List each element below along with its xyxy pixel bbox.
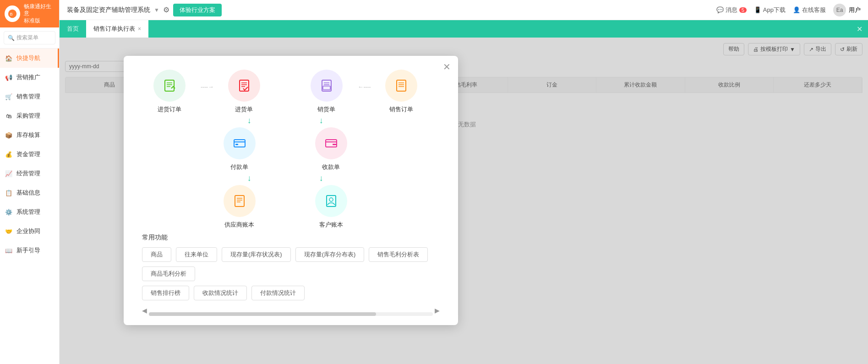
- dropdown-arrow-icon[interactable]: ▼: [154, 7, 159, 13]
- purchase-receipt-icon: [228, 70, 260, 102]
- modal-scrollbar[interactable]: [149, 312, 433, 316]
- purchase-receipt-label: 进货单: [235, 105, 253, 114]
- topbar-left: 装备及固定资产辅助管理系统 ▼ ⚙ 体验行业方案: [67, 4, 711, 16]
- sidebar-search[interactable]: 🔍 搜索菜单: [0, 27, 59, 49]
- purchase-order-label: 进货订单: [158, 105, 181, 114]
- scroll-left-btn[interactable]: ◀: [142, 307, 147, 314]
- purchase-icon: 🛍: [5, 112, 13, 120]
- tab-sales-order[interactable]: 销售订单执行表 ×: [86, 20, 148, 38]
- common-functions-title: 常用功能: [142, 234, 440, 242]
- enterprise-icon: 🤝: [5, 227, 13, 235]
- sidebar-item-system[interactable]: ⚙️ 系统管理: [0, 202, 59, 222]
- func-btn-goods-profit[interactable]: 商品毛利分析: [142, 266, 195, 281]
- func-btn-sales-profit[interactable]: 销售毛利分析表: [369, 247, 428, 262]
- flow-modal: ✕ 进货订单: [124, 56, 458, 325]
- modal-scrollbar-area: ◀ ▶: [142, 305, 440, 316]
- purchase-order-node[interactable]: 进货订单: [142, 70, 197, 114]
- express-btn[interactable]: 体验行业方案: [173, 4, 222, 16]
- search-icon: 🔍: [8, 35, 15, 41]
- supplier-ledger-node[interactable]: 供应商账本: [212, 185, 267, 229]
- operations-icon: 📈: [5, 169, 13, 178]
- tabs-close-all-btn[interactable]: ✕: [851, 20, 868, 38]
- sales-order-right-node[interactable]: 销售订单: [374, 70, 429, 114]
- settings-icon[interactable]: ⚙: [163, 5, 169, 14]
- sales-icon: 🛒: [5, 92, 13, 101]
- system-icon: ⚙️: [5, 208, 13, 216]
- sidebar-nav: 🏠 快捷导航 📢 营销推广 🛒 销售管理 🛍 采购管理 📦 库存核算 💰: [0, 49, 59, 364]
- func-btn-receipt-stats[interactable]: 收款情况统计: [194, 286, 247, 300]
- tabs-bar: 首页 销售订单执行表 × ✕: [60, 20, 868, 38]
- func-row-1: 商品 往来单位 现存量(库存状况表) 现存量(库存分布表) 销售毛利分析表 商品…: [142, 247, 440, 281]
- payment-node[interactable]: 付款单: [212, 127, 267, 171]
- sidebar-item-inventory[interactable]: 📦 库存核算: [0, 125, 59, 145]
- avatar: Ea: [833, 4, 846, 16]
- service-icon: 👤: [793, 6, 800, 13]
- svg-rect-21: [397, 80, 406, 91]
- flow-diagram: 进货订单 - - - - →: [142, 70, 440, 229]
- sidebar-item-marketing[interactable]: 📢 营销推广: [0, 68, 59, 87]
- scroll-right-btn[interactable]: ▶: [435, 307, 440, 314]
- sidebar-item-enterprise[interactable]: 🤝 企业协同: [0, 222, 59, 241]
- supplier-ledger-label: 供应商账本: [224, 221, 254, 229]
- newbie-icon: 📖: [5, 246, 13, 255]
- receipt-label: 收款单: [322, 163, 340, 171]
- app-download-icon: 📱: [754, 6, 761, 13]
- inventory-icon: 📦: [5, 131, 13, 139]
- customer-ledger-node[interactable]: 客户账本: [304, 185, 359, 229]
- customer-ledger-label: 客户账本: [319, 221, 343, 229]
- func-btn-payment-stats[interactable]: 付款情况统计: [251, 286, 305, 300]
- arrow-down-customer: ↓: [319, 171, 323, 185]
- svg-rect-27: [333, 144, 336, 145]
- modal-overlay: ✕ 进货订单: [60, 38, 868, 364]
- topbar-actions: 💬 消息 5 📱 App下载 👤 在线客服 Ea 用户: [716, 4, 861, 16]
- topbar: 装备及固定资产辅助管理系统 ▼ ⚙ 体验行业方案 💬 消息 5 📱 App下载 …: [60, 0, 868, 20]
- svg-rect-13: [235, 196, 244, 206]
- scrollbar-thumb: [149, 312, 376, 316]
- arrow-down-receipt: ↓: [319, 114, 323, 127]
- user-menu[interactable]: Ea 用户: [833, 4, 861, 16]
- sidebar-item-operations[interactable]: 📈 经营管理: [0, 164, 59, 183]
- svg-text:B: B: [10, 12, 12, 16]
- func-btn-goods[interactable]: 商品: [142, 247, 171, 262]
- sales-order-node[interactable]: 销货单: [299, 70, 354, 114]
- message-badge: 5: [739, 7, 747, 13]
- common-functions: 常用功能 商品 往来单位 现存量(库存状况表) 现存量(库存分布表) 销售毛利分…: [142, 234, 440, 300]
- system-title: 装备及固定资产辅助管理系统: [67, 6, 150, 14]
- content-area: 帮助 🖨 按模板打印 ▼ ↗ 导出 ↺ 刷新: [60, 38, 868, 364]
- app-download-action[interactable]: 📱 App下载: [754, 6, 786, 14]
- sidebar-item-purchase[interactable]: 🛍 采购管理: [0, 106, 59, 125]
- purchase-receipt-node[interactable]: 进货单: [217, 70, 272, 114]
- sidebar-item-newbie[interactable]: 📖 新手引导: [0, 241, 59, 260]
- sales-order-label: 销货单: [317, 105, 335, 114]
- sidebar-item-basic-info[interactable]: 📋 基础信息: [0, 183, 59, 202]
- func-btn-sales-rank[interactable]: 销售排行榜: [142, 286, 189, 300]
- tab-home[interactable]: 首页: [60, 20, 86, 38]
- sales-order-right-icon: [385, 70, 417, 102]
- svg-rect-2: [165, 80, 174, 91]
- supplier-ledger-icon: [224, 185, 256, 217]
- search-menu-btn[interactable]: 🔍 搜索菜单: [4, 31, 55, 44]
- home-icon: 🏠: [5, 54, 13, 62]
- customer-ledger-icon: [315, 185, 347, 217]
- receipt-icon: [315, 127, 347, 159]
- func-btn-counterpart[interactable]: 往来单位: [176, 247, 217, 262]
- info-icon: 📋: [5, 189, 13, 197]
- megaphone-icon: 📢: [5, 73, 13, 81]
- svg-rect-12: [235, 144, 238, 145]
- receipt-node[interactable]: 收款单: [304, 127, 359, 171]
- payment-icon: [224, 127, 256, 159]
- func-btn-inventory-status[interactable]: 现存量(库存状况表): [222, 247, 291, 262]
- sidebar-item-sales[interactable]: 🛒 销售管理: [0, 87, 59, 106]
- logo-text: 畅康通好生意 标准版: [24, 3, 55, 25]
- svg-rect-10: [234, 140, 245, 147]
- online-service-action[interactable]: 👤 在线客服: [793, 6, 826, 14]
- sidebar-item-quick-nav[interactable]: 🏠 快捷导航: [0, 49, 59, 68]
- sidebar-logo: B 畅康通好生意 标准版: [0, 0, 59, 27]
- modal-close-btn[interactable]: ✕: [443, 61, 451, 72]
- sidebar: B 畅康通好生意 标准版 🔍 搜索菜单 🏠 快捷导航 📢 营销推广 �: [0, 0, 60, 364]
- message-action[interactable]: 💬 消息 5: [716, 6, 747, 14]
- sidebar-item-finance[interactable]: 💰 资金管理: [0, 145, 59, 164]
- sales-order-icon: [311, 70, 343, 102]
- func-btn-inventory-dist[interactable]: 现存量(库存分布表): [295, 247, 365, 262]
- tab-close-btn[interactable]: ×: [138, 26, 141, 32]
